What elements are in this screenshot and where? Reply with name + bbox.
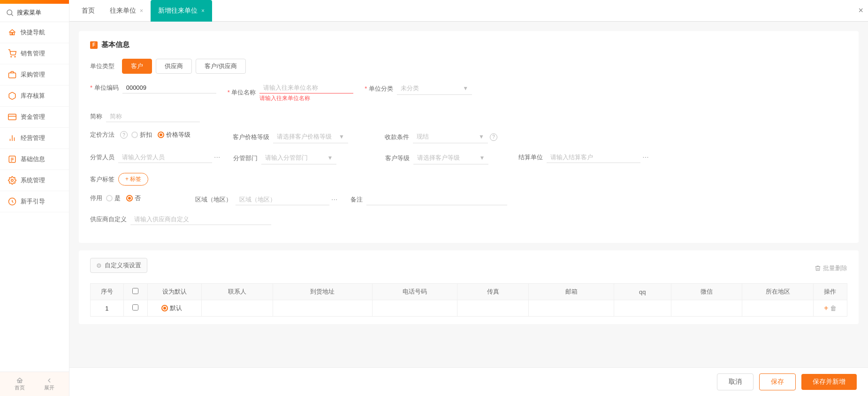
supplier-custom-item: 供应商自定义: [90, 214, 271, 225]
save-new-button[interactable]: 保存并新增: [801, 374, 857, 390]
tab-new-partner-close[interactable]: ×: [201, 8, 205, 14]
tab-new-partner[interactable]: 新增往来单位 ×: [151, 0, 212, 22]
settlement-dots-btn[interactable]: ···: [640, 153, 650, 162]
unit-type-label: 单位类型: [90, 62, 114, 70]
no-radio-circle: [126, 195, 133, 202]
customer-level-select[interactable]: 请选择客户等级 ▼: [413, 152, 488, 164]
pricing-help-icon[interactable]: ?: [120, 131, 128, 139]
sidebar-item-purchase[interactable]: 采购管理: [0, 64, 69, 85]
fax-input[interactable]: [474, 305, 512, 312]
qq-input[interactable]: [628, 305, 656, 312]
region-dots-btn[interactable]: ···: [329, 195, 339, 204]
row-default-radio[interactable]: 默认: [152, 304, 191, 312]
no-label: 否: [135, 194, 141, 202]
sidebar-search-label: 搜索菜单: [17, 8, 41, 17]
row-action: + 🗑: [813, 300, 847, 317]
tab-partner-list-close[interactable]: ×: [140, 8, 143, 14]
disabled-radio-no[interactable]: 否: [126, 194, 141, 202]
cancel-button[interactable]: 取消: [717, 373, 754, 390]
sidebar-item-sales[interactable]: 销售管理: [0, 43, 69, 64]
sidebar-item-finance[interactable]: 资金管理: [0, 107, 69, 128]
row-delete-btn[interactable]: 🗑: [830, 304, 837, 312]
phone-input[interactable]: [391, 305, 438, 312]
chevron-down-icon: ▼: [463, 85, 468, 92]
sidebar-item-system[interactable]: 系统管理: [0, 170, 69, 191]
add-tag-btn[interactable]: + 标签: [118, 173, 148, 186]
gear-icon: [8, 176, 17, 185]
settlement-item: 结算单位 ···: [518, 152, 650, 163]
row-region: [742, 300, 814, 317]
sidebar-item-label: 新手引导: [21, 197, 45, 206]
col-email: 邮箱: [529, 284, 614, 300]
department-item: 分管部门 请输入分管部门 ▼: [233, 152, 374, 164]
unit-type-row: 单位类型 客户 供应商 客户/供应商: [90, 59, 847, 74]
row-region-input[interactable]: [759, 305, 797, 312]
table-body: 1 默认: [91, 300, 847, 317]
name-input[interactable]: [259, 82, 353, 93]
sidebar-item-label: 经营管理: [21, 134, 45, 142]
sidebar-item-label: 快捷导航: [21, 28, 45, 37]
manager-input[interactable]: [118, 152, 212, 163]
default-radio-circle: [161, 305, 168, 311]
sidebar-item-inventory[interactable]: 库存核算: [0, 85, 69, 107]
payment-terms-select[interactable]: 现结 ▼: [413, 131, 488, 143]
wechat-input[interactable]: [688, 305, 725, 312]
customer-price-select[interactable]: 请选择客户价格等级 ▼: [273, 131, 348, 143]
batch-delete-btn[interactable]: 批量删除: [815, 264, 847, 272]
sidebar-item-guide[interactable]: 新手引导: [0, 191, 69, 212]
sidebar-item-label: 系统管理: [21, 176, 45, 185]
remarks-input[interactable]: [366, 194, 507, 205]
table-section: ⚙ 自定义项设置 批量删除 序号 设为默认 联系人 到货地址 电话号: [79, 250, 859, 324]
discount-radio-circle: [131, 132, 138, 138]
unit-type-customer-btn[interactable]: 客户: [122, 59, 152, 74]
payment-terms-help-icon[interactable]: ?: [490, 133, 497, 141]
region-input[interactable]: [236, 194, 329, 205]
address-input[interactable]: [294, 305, 350, 312]
sidebar-item-basic-info[interactable]: 基础信息: [0, 149, 69, 170]
supplier-custom-input[interactable]: [130, 214, 271, 225]
customer-price-item: 客户价格等级 请选择客户价格等级 ▼: [233, 131, 373, 143]
unit-type-both-btn[interactable]: 客户/供应商: [196, 59, 246, 74]
short-name-input[interactable]: [106, 111, 200, 122]
disabled-radio-yes[interactable]: 是: [106, 194, 121, 202]
tab-partner-list[interactable]: 往来单位 ×: [102, 0, 151, 22]
sidebar-top-accent: [0, 0, 69, 4]
code-input[interactable]: [122, 82, 216, 93]
department-select[interactable]: 请输入分管部门 ▼: [261, 152, 336, 164]
sidebar-item-operations[interactable]: 经营管理: [0, 128, 69, 149]
settlement-label: 结算单位: [518, 153, 543, 162]
tab-home[interactable]: 首页: [74, 0, 102, 22]
disabled-radio-group: 是 否: [106, 194, 146, 202]
col-qq: qq: [614, 284, 671, 300]
pricing-radio-discount[interactable]: 折扣: [131, 131, 152, 139]
select-all-checkbox[interactable]: [132, 288, 138, 294]
email-input[interactable]: [548, 305, 595, 312]
unit-type-supplier-btn[interactable]: 供应商: [156, 59, 192, 74]
row-address: [273, 300, 372, 317]
save-button[interactable]: 保存: [759, 373, 796, 390]
category-select[interactable]: 未分类 ▼: [397, 82, 472, 95]
row-add-btn[interactable]: +: [824, 304, 828, 312]
sidebar-bottom-home[interactable]: 首页: [5, 377, 35, 391]
manager-dots-btn[interactable]: ···: [212, 153, 222, 162]
row-checkbox-input[interactable]: [132, 304, 138, 311]
sidebar-bottom-expand[interactable]: 展开: [35, 377, 65, 391]
sidebar-bottom-label: 首页: [15, 384, 25, 391]
tab-bar-close-btn[interactable]: ×: [858, 6, 863, 16]
sidebar: 搜索菜单 快捷导航 销售管理 采购管理 库存核算 资金管理 经营管理: [0, 0, 69, 396]
remarks-item: 备注: [350, 194, 507, 205]
svg-rect-2: [10, 32, 12, 35]
sidebar-item-quick-nav[interactable]: 快捷导航: [0, 22, 69, 43]
category-value: 未分类: [401, 84, 419, 93]
shopping-icon: [8, 49, 17, 58]
custom-settings-btn[interactable]: ⚙ 自定义项设置: [90, 258, 147, 273]
pricing-radio-level[interactable]: 价格等级: [158, 131, 190, 139]
svg-line-1: [11, 14, 13, 16]
batch-delete-label: 批量删除: [823, 264, 847, 272]
contact-input[interactable]: [219, 305, 256, 312]
disabled-label: 停用: [90, 194, 102, 202]
settlement-input[interactable]: [547, 152, 640, 163]
section-title: F 基本信息: [90, 40, 847, 49]
sidebar-search[interactable]: 搜索菜单: [0, 4, 69, 22]
col-action: 操作: [813, 284, 847, 300]
